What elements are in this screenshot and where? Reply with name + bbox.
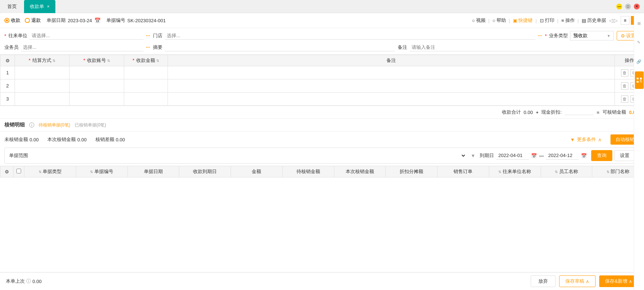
main-container: 收款 退款 单据日期 2023-03-24 📅 单据编号 SK-20230324…: [0, 13, 644, 290]
row-1-account[interactable]: [70, 66, 124, 79]
salesperson-dots[interactable]: ···: [146, 44, 150, 50]
business-type-group: * 业务类型 预收款 ▼: [545, 31, 614, 40]
radio-receipt-label: 收款: [11, 17, 20, 24]
summary-group: 摘要: [153, 43, 395, 51]
row-3-settle[interactable]: [15, 93, 70, 106]
verify-header: 核销明细 i 待核销单据(0笔) 已核销单据(0笔): [0, 119, 644, 132]
tab-done[interactable]: 已核销单据(0笔): [75, 122, 106, 128]
bottom-bar: 本单上次 ⓘ 0.00 放弃 保存草稿 ∧ 保存&新增 ∧: [0, 272, 644, 290]
discount-input[interactable]: [565, 109, 594, 115]
sidebar-edit-icon[interactable]: ✎: [635, 34, 644, 51]
ops-action[interactable]: ≡ 操作: [561, 17, 575, 24]
sidebar-link-icon[interactable]: 🔗: [635, 52, 644, 70]
select-all-checkbox[interactable]: [16, 169, 21, 173]
row-2-settle[interactable]: [15, 79, 70, 93]
store-input[interactable]: [165, 32, 535, 40]
table-header-amount: * 收款金额 ⇅: [124, 55, 168, 66]
range-select[interactable]: [32, 153, 466, 159]
row-2-amount[interactable]: [124, 79, 168, 93]
history-action[interactable]: ▤ 历史单据: [582, 17, 606, 24]
col-settle-label: 结算方式: [32, 58, 51, 63]
row-1-settle[interactable]: [15, 66, 70, 79]
prev-chevron[interactable]: ◁: [609, 17, 613, 23]
minimize-button[interactable]: —: [616, 4, 622, 9]
delete-icon[interactable]: 🗑: [621, 82, 628, 90]
counterparty-input[interactable]: [30, 32, 144, 40]
stat-unclaimed: 未核销金额 0.00: [4, 136, 39, 143]
sidebar-table-icon[interactable]: ⊞: [635, 15, 644, 32]
stat-diff-label: 核销差额: [95, 136, 114, 143]
delete-icon[interactable]: 🗑: [621, 95, 628, 103]
col-discount-label: 折扣分摊额: [400, 169, 423, 174]
store-dots[interactable]: ···: [538, 33, 542, 39]
gear-icon[interactable]: ⚙: [5, 58, 10, 63]
remark-group: 备注: [398, 43, 640, 51]
bt-header-gear[interactable]: ⚙: [0, 166, 13, 177]
row-2-num: 2: [0, 79, 15, 93]
salesperson-label: 业务员: [4, 44, 19, 51]
summary-input[interactable]: [165, 43, 395, 51]
help-action[interactable]: ○ 帮助: [492, 17, 506, 24]
bottom-info: 本单上次 ⓘ 0.00: [6, 278, 42, 285]
radio-refund[interactable]: 退款: [25, 17, 41, 24]
tab-pending[interactable]: 待核销单据(0笔): [39, 122, 70, 128]
col-number-label: 单据编号: [94, 169, 113, 174]
remark-input[interactable]: [409, 43, 640, 51]
row-1-amount[interactable]: [124, 66, 168, 79]
salesperson-input[interactable]: [21, 43, 144, 51]
close-button[interactable]: ✕: [634, 4, 640, 9]
chevron-up-icon: ∧: [598, 137, 602, 142]
cal-icon[interactable]: 📅: [531, 153, 537, 158]
end-date-input[interactable]: [546, 152, 579, 160]
save-draft-button[interactable]: 保存草稿 ∧: [559, 275, 596, 287]
abandon-button[interactable]: 放弃: [531, 275, 555, 287]
tab-close-icon[interactable]: ×: [47, 4, 50, 9]
tab-home[interactable]: 首页: [1, 0, 23, 13]
col-thisamount-label: 本次核销金额: [346, 169, 374, 174]
row-1-remark[interactable]: [168, 66, 615, 79]
tab-receipt[interactable]: 收款单 ×: [24, 0, 55, 13]
sidebar-scan-icon[interactable]: [635, 71, 644, 89]
row-3-remark[interactable]: [168, 93, 615, 106]
bt-header-salesorder: 销售订单: [437, 166, 489, 177]
row-3-account[interactable]: [70, 93, 124, 106]
info-icon[interactable]: ⓘ: [26, 278, 31, 285]
summary-label: 摘要: [153, 44, 162, 51]
row-2-remark[interactable]: [168, 79, 615, 93]
available-label: 可核销金额: [602, 109, 626, 115]
delete-icon[interactable]: 🗑: [621, 69, 628, 77]
counterparty-dots[interactable]: ···: [146, 33, 150, 39]
col-employee-label: 员工名称: [559, 169, 578, 174]
stat-this-verify-value: 0.00: [77, 137, 86, 142]
business-type-select[interactable]: 预收款 ▼: [570, 31, 614, 40]
number-field: 单据编号 SK-20230324-001: [106, 17, 166, 24]
gear-icon[interactable]: ⚙: [5, 169, 9, 175]
cal-icon-2[interactable]: 📅: [581, 153, 587, 158]
query-button[interactable]: 查询: [591, 150, 612, 161]
fields-row-2: 业务员 ··· 摘要 备注: [4, 43, 640, 51]
row-3-amount[interactable]: [124, 93, 168, 106]
filter-more[interactable]: ▼ 更多条件 ∧: [570, 136, 602, 143]
filter-settings-button[interactable]: 设置: [614, 150, 635, 161]
print-action[interactable]: ⊡ 打印: [540, 17, 554, 24]
discount-label: 现金折扣:: [541, 109, 562, 115]
next-chevron[interactable]: ▷: [614, 17, 618, 23]
list-view-btn[interactable]: ≡: [621, 16, 629, 25]
table-header-gear[interactable]: ⚙: [0, 55, 15, 66]
calendar-icon[interactable]: 📅: [94, 17, 101, 23]
row-3-num: 3: [0, 93, 15, 106]
bottom-table-area: ⚙ ⇅ 单据类型 ⇅ 单据编号 单据日期: [0, 166, 644, 272]
shortcut-action[interactable]: ▣ 快捷键: [513, 17, 533, 24]
save-new-button[interactable]: 保存&新增 ∧: [599, 275, 638, 287]
print-icon: ⊡: [540, 18, 544, 23]
due-date-label: 到期日: [480, 152, 494, 159]
start-date-input[interactable]: [496, 152, 529, 160]
video-action[interactable]: ○ 视频: [472, 17, 486, 24]
remark-label: 备注: [398, 44, 407, 51]
col-pending-label: 待核销金额: [297, 169, 320, 174]
maximize-button[interactable]: □: [625, 4, 631, 9]
info-icon[interactable]: i: [29, 122, 34, 128]
row-2-account[interactable]: [70, 79, 124, 93]
radio-receipt[interactable]: 收款: [4, 17, 20, 24]
bt-header-check[interactable]: [13, 166, 24, 177]
